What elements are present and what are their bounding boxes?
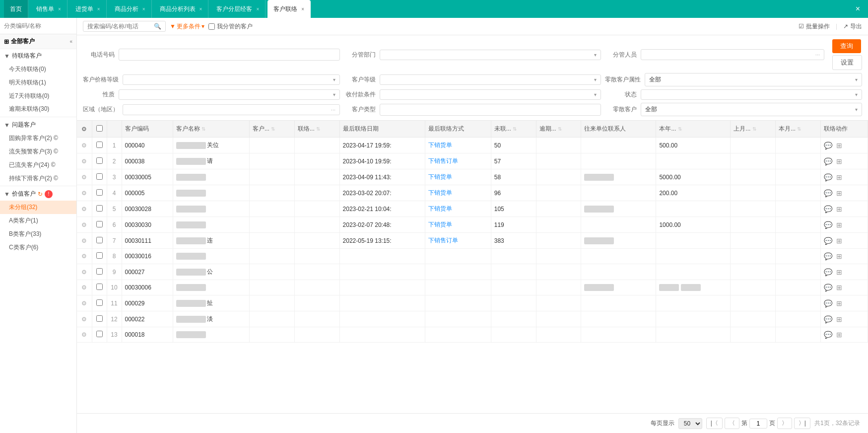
method-link[interactable]: 下销售订单: [428, 237, 458, 244]
cell-last-method[interactable]: 下销售订单: [425, 233, 491, 249]
cell-checkbox[interactable]: [92, 169, 107, 185]
sidebar-item-class-b[interactable]: B类客户(33): [0, 227, 76, 241]
cell-checkbox[interactable]: [92, 311, 107, 327]
method-link[interactable]: 下销货单: [428, 142, 452, 148]
tab-product-analysis-list[interactable]: 商品分析列表 ×: [154, 0, 209, 18]
grid-action-icon[interactable]: ⊞: [836, 299, 842, 307]
grid-action-icon[interactable]: ⊞: [836, 268, 842, 276]
region-select[interactable]: ···: [123, 104, 340, 115]
cell-last-method[interactable]: 下销售订单: [425, 153, 491, 169]
sidebar-item-abnormal[interactable]: 固购异常客户(2) ©: [0, 132, 76, 145]
main-search-icon[interactable]: 🔍: [154, 23, 161, 30]
sidebar-item-tomorrow[interactable]: 明天待联络(1): [0, 76, 76, 89]
sidebar-item-lost[interactable]: 已流失客户(24) ©: [0, 158, 76, 172]
row-checkbox[interactable]: [96, 284, 103, 290]
chat-icon[interactable]: 💬: [824, 331, 832, 339]
cell-settings[interactable]: ⚙: [77, 138, 92, 153]
cell-settings[interactable]: ⚙: [77, 217, 92, 233]
col-this-month[interactable]: 本月... ⇅: [776, 121, 821, 138]
cell-last-method[interactable]: 下销货单: [425, 217, 491, 233]
cell-checkbox[interactable]: [92, 185, 107, 201]
grid-action-icon[interactable]: ⊞: [836, 315, 842, 323]
grid-action-icon[interactable]: ⊞: [836, 237, 842, 245]
cell-settings[interactable]: ⚙: [77, 249, 92, 264]
col-type[interactable]: 客户... ⇅: [249, 121, 294, 138]
method-link[interactable]: 下销货单: [428, 221, 452, 228]
phone-input[interactable]: [119, 49, 340, 61]
cell-last-method[interactable]: 下销货单: [425, 201, 491, 217]
grid-action-icon[interactable]: ⊞: [836, 189, 842, 197]
col-settings[interactable]: ⚙: [77, 121, 92, 138]
col-this-year[interactable]: 本年... ⇅: [656, 121, 731, 138]
customer-level-select[interactable]: ▾: [380, 74, 601, 85]
tab-customer-segment-close[interactable]: ×: [256, 6, 259, 12]
chat-icon[interactable]: 💬: [824, 189, 832, 197]
row-checkbox[interactable]: [96, 221, 103, 227]
tab-purchase[interactable]: 进货单 ×: [69, 0, 107, 18]
col-last-date[interactable]: 最后联络日期: [339, 121, 425, 138]
row-checkbox[interactable]: [96, 252, 103, 259]
col-name[interactable]: 客户名称 ⇅: [173, 121, 249, 138]
chat-icon[interactable]: 💬: [824, 142, 832, 149]
cell-settings[interactable]: ⚙: [77, 311, 92, 327]
chat-icon[interactable]: 💬: [824, 284, 832, 291]
method-link[interactable]: 下销货单: [428, 205, 452, 212]
grid-action-icon[interactable]: ⊞: [836, 221, 842, 229]
grid-action-icon[interactable]: ⊞: [836, 284, 842, 291]
cell-checkbox[interactable]: [92, 217, 107, 233]
row-checkbox[interactable]: [96, 331, 103, 337]
cell-checkbox[interactable]: [92, 264, 107, 280]
sidebar-item-overdue[interactable]: 逾期未联络(30): [0, 102, 76, 116]
export-btn[interactable]: ↗ 导出: [843, 22, 862, 31]
tab-sales[interactable]: 销售单 ×: [30, 0, 67, 18]
tab-product-analysis-close[interactable]: ×: [142, 6, 145, 12]
col-contact[interactable]: 联络... ⇅: [294, 121, 339, 138]
col-last-month[interactable]: 上月... ⇅: [731, 121, 776, 138]
sidebar-item-declining[interactable]: 持续下滑客户(2) ©: [0, 172, 76, 185]
sidebar-item-today[interactable]: 今天待联络(0): [0, 63, 76, 76]
sidebar-item-class-a[interactable]: A类客户(1): [0, 214, 76, 227]
cell-last-method[interactable]: [425, 264, 491, 280]
cell-settings[interactable]: ⚙: [77, 327, 92, 343]
sidebar-search-input[interactable]: [4, 22, 77, 29]
row-checkbox[interactable]: [96, 189, 103, 196]
status-select[interactable]: ▾: [641, 89, 862, 100]
first-page-btn[interactable]: |〈: [706, 418, 723, 429]
batch-operation-btn[interactable]: ☑ 批量操作: [799, 22, 830, 31]
chat-icon[interactable]: 💬: [824, 268, 832, 276]
chat-icon[interactable]: 💬: [824, 315, 832, 323]
cell-checkbox[interactable]: [92, 201, 107, 217]
row-checkbox[interactable]: [96, 315, 103, 322]
cell-checkbox[interactable]: [92, 295, 107, 311]
chat-icon[interactable]: 💬: [824, 237, 832, 245]
grid-action-icon[interactable]: ⊞: [836, 173, 842, 181]
cell-last-method[interactable]: [425, 249, 491, 264]
grid-action-icon[interactable]: ⊞: [836, 205, 842, 213]
col-overdue[interactable]: 逾期... ⇅: [536, 121, 581, 138]
col-checkbox[interactable]: [92, 121, 107, 138]
per-page-select[interactable]: 50: [678, 418, 702, 429]
sidebar-item-churn-risk[interactable]: 流失预警客户(3) ©: [0, 145, 76, 158]
sidebar-item-class-c[interactable]: C类客户(6): [0, 241, 76, 254]
tab-home[interactable]: 首页: [4, 0, 28, 18]
chat-icon[interactable]: 💬: [824, 205, 832, 213]
more-conditions-btn[interactable]: ▼ 更多条件 ▾: [170, 22, 204, 31]
cell-last-method[interactable]: 下销货单: [425, 185, 491, 201]
cell-settings[interactable]: ⚙: [77, 185, 92, 201]
grid-action-icon[interactable]: ⊞: [836, 142, 842, 149]
cell-checkbox[interactable]: [92, 249, 107, 264]
cell-checkbox[interactable]: [92, 280, 107, 295]
method-link[interactable]: 下销售订单: [428, 157, 458, 164]
cell-checkbox[interactable]: [92, 138, 107, 153]
grid-action-icon[interactable]: ⊞: [836, 331, 842, 339]
value-customers-group[interactable]: ▼ 价值客户 ↻ !: [0, 187, 76, 201]
row-checkbox[interactable]: [96, 299, 103, 306]
tab-purchase-close[interactable]: ×: [97, 6, 100, 12]
row-checkbox[interactable]: [96, 268, 103, 275]
pending-contact-group[interactable]: ▼ 待联络客户: [0, 49, 76, 63]
retail-attr-select[interactable]: 全部 ▾: [645, 73, 862, 86]
row-checkbox[interactable]: [96, 173, 103, 180]
manager-select[interactable]: ···: [641, 49, 824, 60]
cell-settings[interactable]: ⚙: [77, 233, 92, 249]
col-no-contact[interactable]: 未联... ⇅: [491, 121, 536, 138]
